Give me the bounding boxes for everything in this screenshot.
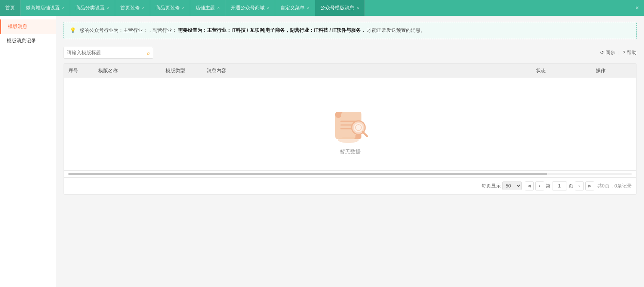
notice-highlight: 需要设置为：主营行业：IT科技 / 互联网|电子商务，副营行业：IT科技 / I… bbox=[178, 27, 366, 33]
notice-suffix: 才能正常发送预置的消息。 bbox=[367, 27, 425, 33]
nav-tab-0[interactable]: 首页 bbox=[0, 0, 21, 16]
page-label: 页 bbox=[568, 183, 573, 189]
svg-line-6 bbox=[363, 132, 367, 136]
close-tab-icon[interactable]: × bbox=[182, 5, 185, 10]
top-navigation: 首页微商城店铺设置×商品分类设置×首页装修×商品页装修×店铺主题×开通公众号商城… bbox=[0, 0, 644, 16]
scroll-track bbox=[68, 173, 632, 175]
close-tab-icon[interactable]: × bbox=[267, 5, 269, 10]
close-tab-icon[interactable]: × bbox=[307, 5, 309, 10]
close-tab-icon[interactable]: × bbox=[62, 5, 65, 10]
toolbar-right: ↺ 同步 | ? 帮助 bbox=[600, 49, 637, 56]
search-input-wrap: ⌕ bbox=[64, 47, 153, 59]
empty-text: 暂无数据 bbox=[340, 149, 361, 155]
sidebar: 模版消息模版消息记录 bbox=[0, 16, 56, 287]
page-number-input[interactable] bbox=[552, 181, 567, 190]
content-area: 💡 您的公众号行业为：主营行业：，副营行业： 需要设置为：主营行业：IT科技 /… bbox=[56, 16, 644, 287]
data-table: 序号 模版名称 模版类型 消息内容 状态 操作 bbox=[64, 63, 637, 195]
nav-tab-7[interactable]: 自定义菜单× bbox=[275, 0, 315, 16]
page-size-label: 每页显示 bbox=[481, 183, 501, 189]
close-tab-icon[interactable]: × bbox=[107, 5, 110, 10]
sidebar-item-0[interactable]: 模版消息 bbox=[0, 19, 56, 34]
last-page-button[interactable]: ⊳ bbox=[585, 181, 594, 190]
col-header-status: 状态 bbox=[531, 64, 591, 78]
sync-button[interactable]: ↺ 同步 bbox=[600, 49, 615, 56]
col-header-type: 模版类型 bbox=[161, 64, 202, 78]
col-header-name: 模版名称 bbox=[94, 64, 161, 78]
nav-tab-3[interactable]: 首页装修× bbox=[115, 0, 150, 16]
close-tab-icon[interactable]: × bbox=[142, 5, 145, 10]
pagination: 每页显示 20 50 100 ⊲ ‹ 第 页 › ⊳ 共0页，0条记录 bbox=[64, 177, 636, 194]
close-tab-icon[interactable]: × bbox=[357, 5, 359, 10]
empty-illustration bbox=[328, 101, 373, 146]
prev-page-button[interactable]: ‹ bbox=[535, 181, 544, 190]
search-input[interactable] bbox=[67, 50, 147, 55]
nav-tab-6[interactable]: 开通公众号商城× bbox=[225, 0, 275, 16]
first-page-button[interactable]: ⊲ bbox=[525, 181, 534, 190]
help-button[interactable]: ? 帮助 bbox=[623, 49, 637, 56]
search-icon[interactable]: ⌕ bbox=[147, 50, 150, 56]
help-label: 帮助 bbox=[627, 49, 637, 56]
help-icon: ? bbox=[623, 50, 625, 55]
search-bar: ⌕ ↺ 同步 | ? 帮助 bbox=[64, 47, 637, 59]
col-header-index: 序号 bbox=[64, 64, 94, 78]
pagination-summary: 共0页，0条记录 bbox=[597, 183, 632, 189]
page-navigation: ⊲ ‹ 第 页 › ⊳ bbox=[525, 181, 594, 190]
table-header: 序号 模版名称 模版类型 消息内容 状态 操作 bbox=[64, 64, 636, 78]
sync-icon: ↺ bbox=[600, 50, 604, 55]
sidebar-item-1[interactable]: 模版消息记录 bbox=[0, 34, 56, 48]
notice-box: 💡 您的公众号行业为：主营行业：，副营行业： 需要设置为：主营行业：IT科技 /… bbox=[64, 22, 637, 39]
main-layout: 模版消息模版消息记录 💡 您的公众号行业为：主营行业：，副营行业： 需要设置为：… bbox=[0, 16, 644, 287]
toolbar-divider: | bbox=[618, 50, 619, 55]
nav-tab-8[interactable]: 公众号模版消息× bbox=[315, 0, 365, 16]
col-header-action: 操作 bbox=[591, 64, 636, 78]
page-size-select[interactable]: 20 50 100 bbox=[502, 181, 522, 190]
page-of-label: 第 bbox=[546, 183, 551, 189]
col-header-content: 消息内容 bbox=[202, 64, 531, 78]
scroll-thumb[interactable] bbox=[68, 173, 547, 175]
next-page-button[interactable]: › bbox=[575, 181, 584, 190]
page-size-selector: 每页显示 20 50 100 bbox=[481, 181, 522, 190]
horizontal-scrollbar[interactable] bbox=[64, 170, 636, 177]
sync-label: 同步 bbox=[606, 49, 615, 56]
nav-tab-5[interactable]: 店铺主题× bbox=[190, 0, 225, 16]
nav-tab-1[interactable]: 微商城店铺设置× bbox=[21, 0, 70, 16]
close-all-tabs-button[interactable]: × bbox=[630, 0, 644, 16]
notice-prefix: 您的公众号行业为：主营行业：，副营行业： bbox=[80, 27, 177, 33]
nav-tab-2[interactable]: 商品分类设置× bbox=[70, 0, 115, 16]
nav-tab-4[interactable]: 商品页装修× bbox=[150, 0, 190, 16]
empty-state: 暂无数据 bbox=[64, 78, 636, 170]
notice-icon: 💡 bbox=[70, 27, 76, 33]
close-tab-icon[interactable]: × bbox=[217, 5, 220, 10]
